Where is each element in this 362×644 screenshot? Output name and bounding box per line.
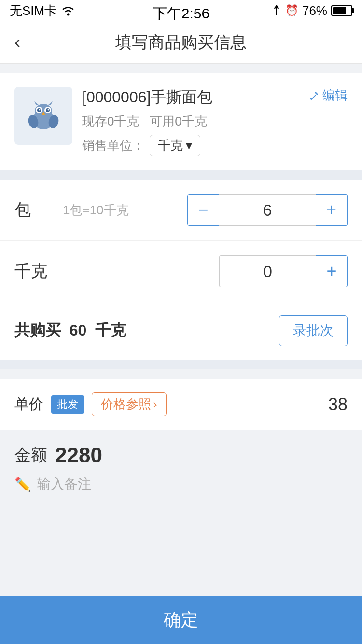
package-input-row: 包 1包=10千克 − + <box>0 180 362 241</box>
summary-amount: 60 <box>70 322 87 339</box>
svg-point-0 <box>67 14 70 16</box>
package-plus-button[interactable]: + <box>316 194 348 226</box>
status-carrier: 无SIM卡 <box>10 2 75 19</box>
package-minus-button[interactable]: − <box>187 194 219 226</box>
price-section: 单价 批发 价格参照 › 38 <box>0 379 362 430</box>
unit-dropdown-icon: ▾ <box>186 138 192 153</box>
package-sub-label: 1包=10千克 <box>63 202 178 219</box>
battery-percent: 76% <box>302 3 327 18</box>
kg-plus-button[interactable]: + <box>316 255 348 287</box>
amount-row: 金额 2280 <box>14 443 348 467</box>
back-button[interactable]: ‹ <box>10 28 25 57</box>
kg-input[interactable] <box>219 255 316 287</box>
package-input-section: 包 1包=10千克 − + 千克 + <box>0 180 362 302</box>
package-label: 包 <box>14 199 53 221</box>
price-ref-button[interactable]: 价格参照 › <box>92 392 167 416</box>
package-controls: − + <box>187 194 348 226</box>
nav-bar: ‹ 填写商品购买信息 <box>0 21 362 64</box>
summary-row: 共购买 60 千克 录批次 <box>0 302 362 360</box>
status-time: 下午2:56 <box>153 4 209 24</box>
svg-point-7 <box>39 109 41 111</box>
price-value: 38 <box>328 394 348 415</box>
status-bar: 无SIM卡 下午2:56 ⏰ 76% <box>0 0 362 21</box>
amount-label: 金额 <box>14 444 47 466</box>
price-row: 单价 批发 价格参照 › 38 <box>14 392 348 416</box>
section-divider-2 <box>0 360 362 369</box>
wifi-icon <box>61 5 75 16</box>
unit-select[interactable]: 千克 ▾ <box>150 135 200 156</box>
amount-section: 金额 2280 ✏️ 输入备注 <box>0 430 362 507</box>
summary-text: 共购买 60 千克 <box>14 320 126 341</box>
svg-rect-14 <box>310 95 316 100</box>
kg-input-row: 千克 + <box>0 241 362 302</box>
note-row[interactable]: ✏️ 输入备注 <box>14 475 348 493</box>
kg-label: 千克 <box>14 260 53 282</box>
product-thumbnail <box>14 87 72 145</box>
owl-logo <box>27 101 60 130</box>
section-divider-1 <box>0 170 362 180</box>
batch-button[interactable]: 录批次 <box>279 315 348 346</box>
battery-icon <box>331 5 352 16</box>
alarm-icon: ⏰ <box>285 4 298 17</box>
price-tag: 批发 <box>51 395 84 414</box>
confirm-button[interactable]: 确定 <box>0 596 362 644</box>
status-right: ⏰ 76% <box>272 3 352 18</box>
svg-marker-10 <box>34 101 39 105</box>
product-stock: 现存0千克 可用0千克 <box>82 113 348 130</box>
unit-value: 千克 <box>158 137 183 154</box>
edit-button[interactable]: 编辑 <box>309 87 348 104</box>
carrier-text: 无SIM卡 <box>10 2 57 19</box>
svg-marker-11 <box>48 101 53 105</box>
product-info: [0000006]手撕面包 编辑 现存0千克 可用0千克 销售单位： 千克 ▾ <box>82 87 348 156</box>
location-icon <box>272 5 281 16</box>
pencil-icon: ✏️ <box>14 476 31 492</box>
product-unit-row: 销售单位： 千克 ▾ <box>82 135 348 156</box>
kg-controls: + <box>219 255 348 287</box>
package-input[interactable] <box>219 194 316 226</box>
product-card: [0000006]手撕面包 编辑 现存0千克 可用0千克 销售单位： 千克 ▾ <box>0 73 362 170</box>
page-title: 填写商品购买信息 <box>115 31 247 54</box>
amount-value: 2280 <box>55 443 102 467</box>
edit-label: 编辑 <box>322 87 348 104</box>
product-name: [0000006]手撕面包 <box>82 87 212 108</box>
price-label: 单价 <box>14 394 43 414</box>
edit-icon <box>309 90 320 101</box>
price-ref-arrow: › <box>153 397 157 412</box>
price-ref-label: 价格参照 <box>101 396 151 413</box>
note-placeholder: 输入备注 <box>37 475 91 493</box>
svg-point-8 <box>48 109 49 111</box>
